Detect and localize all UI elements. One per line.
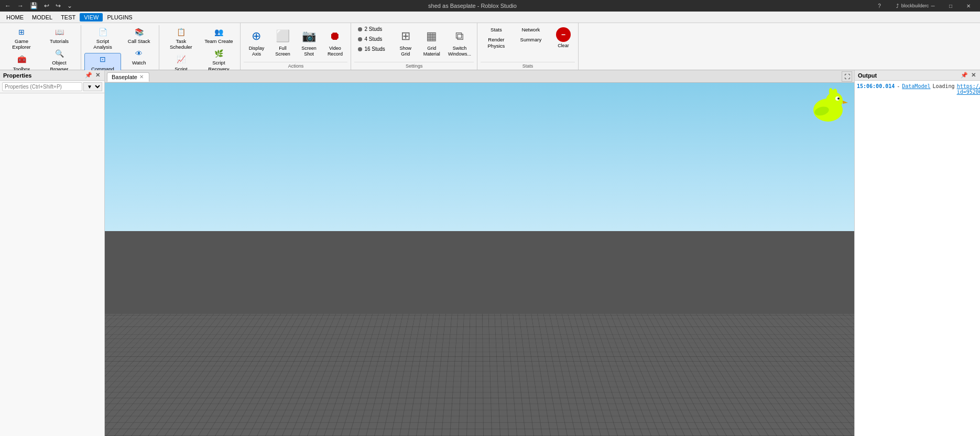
show-grid-icon: ⊞: [397, 28, 414, 45]
qa-menu-btn[interactable]: ⌄: [66, 2, 74, 10]
team-create-label: Team Create: [204, 38, 233, 44]
studs-4-label: 4 Studs: [364, 36, 382, 42]
user-btn[interactable]: blockbuilderc: [907, 0, 923, 12]
script-analysis-btn[interactable]: 📄 Script Analysis: [84, 25, 121, 52]
screen-shot-btn[interactable]: 📷 ScreenShot: [296, 25, 321, 60]
properties-header-controls: 📌 ✕: [84, 72, 101, 79]
properties-pin-btn[interactable]: 📌: [84, 72, 93, 79]
menu-view[interactable]: VIEW: [80, 13, 103, 21]
stud-dot-2: [358, 27, 362, 31]
viewport-expand-btn[interactable]: ⛶: [842, 71, 852, 82]
prop-filter-select[interactable]: ▼: [83, 82, 102, 91]
video-record-btn[interactable]: ⏺ VideoRecord: [322, 25, 347, 60]
call-stack-icon: 📚: [134, 27, 144, 37]
full-screen-btn[interactable]: ⬜ FullScreen: [270, 25, 295, 60]
menu-plugins[interactable]: PLUGINS: [103, 13, 136, 21]
ribbon: ⊞ Game Explorer 🧰 Toolbox W Context Help…: [0, 23, 980, 70]
team-create-btn[interactable]: 👥 Team Create: [200, 25, 237, 46]
app-title: shed as Baseplate - Roblox Studio: [77, 3, 868, 9]
grid-material-btn[interactable]: ▦ GridMaterial: [419, 25, 444, 60]
video-record-label: VideoRecord: [328, 46, 343, 57]
stats-btn[interactable]: Stats: [481, 25, 512, 34]
studs-2-label: 2 Studs: [364, 26, 382, 32]
properties-title: Properties: [3, 72, 31, 79]
tutorials-label: Tutorials: [50, 38, 69, 44]
properties-panel: Properties 📌 ✕ ▼: [0, 70, 105, 436]
output-header-controls: 📌 ✕: [960, 72, 977, 79]
show-grid-btn[interactable]: ⊞ ShowGrid: [393, 25, 418, 60]
switch-windows-btn[interactable]: ⧉ SwitchWindows...: [445, 25, 474, 60]
close-btn[interactable]: ✕: [960, 0, 977, 12]
summary-label: Summary: [520, 37, 542, 42]
screen-shot-label: ScreenShot: [301, 46, 317, 57]
full-screen-icon: ⬜: [274, 28, 291, 45]
output-line-1: 15:06:00.014 - DataModel Loading https:/…: [857, 83, 978, 95]
watch-btn[interactable]: 👁 Watch: [122, 47, 156, 67]
menu-test[interactable]: TEST: [57, 13, 80, 21]
output-loading-text: Loading: [932, 83, 954, 95]
render-physics-btn[interactable]: RenderPhysics: [481, 35, 512, 50]
script-recovery-icon: 🌿: [213, 48, 224, 59]
baseplate-tab-close[interactable]: ✕: [139, 74, 144, 80]
prop-search-input[interactable]: [2, 82, 82, 91]
studs-2-btn[interactable]: 2 Studs: [354, 25, 388, 33]
studs-4-btn[interactable]: 4 Studs: [354, 35, 388, 43]
task-scheduler-btn[interactable]: 📋 Task Scheduler: [162, 25, 199, 52]
minimize-btn[interactable]: ─: [924, 0, 941, 12]
save-btn[interactable]: 💾: [28, 2, 39, 10]
fwd-btn[interactable]: →: [16, 2, 25, 10]
object-browser-btn[interactable]: 🔍 Object Browser: [41, 47, 78, 73]
studs-16-label: 16 Studs: [364, 46, 385, 52]
script-recovery-btn[interactable]: 🌿 Script Recovery: [200, 47, 237, 73]
clear-btn[interactable]: − Clear: [552, 25, 575, 50]
viewport-area: Baseplate ✕ ⛶: [105, 70, 854, 436]
full-screen-label: FullScreen: [275, 46, 290, 57]
command-bar-icon: ⊡: [97, 54, 108, 65]
ribbon-settings-section: 2 Studs 4 Studs 16 Studs ⊞ ShowGrid ▦ Gr…: [351, 23, 477, 70]
video-record-icon: ⏺: [326, 28, 343, 45]
network-btn[interactable]: Network: [515, 25, 547, 34]
output-datamodel-link[interactable]: DataModel: [902, 83, 930, 95]
menu-home[interactable]: HOME: [2, 13, 28, 21]
stud-dot-4: [358, 37, 362, 41]
properties-close-btn[interactable]: ✕: [94, 72, 101, 79]
baseplate-tab-label: Baseplate: [112, 74, 137, 80]
properties-header: Properties 📌 ✕: [0, 70, 104, 81]
baseplate-tab[interactable]: Baseplate ✕: [107, 72, 149, 82]
task-scheduler-label: Task Scheduler: [165, 38, 197, 50]
output-panel: Output 📌 ✕ 15:06:00.014 - DataModel Load…: [854, 70, 980, 436]
studs-16-btn[interactable]: 16 Studs: [354, 45, 388, 53]
display-axis-btn[interactable]: ⊕ DisplayAxis: [244, 25, 269, 60]
ribbon-actions-section: ⊕ DisplayAxis ⬜ FullScreen 📷 ScreenShot …: [241, 23, 351, 70]
game-explorer-btn[interactable]: ⊞ Game Explorer: [3, 25, 40, 52]
properties-content: [0, 93, 104, 436]
output-pin-btn[interactable]: 📌: [960, 72, 969, 79]
help-btn[interactable]: ?: [871, 0, 888, 12]
game-explorer-icon: ⊞: [16, 27, 27, 37]
display-axis-label: DisplayAxis: [249, 46, 265, 57]
maximize-btn[interactable]: □: [942, 0, 959, 12]
summary-btn[interactable]: Summary: [515, 35, 547, 44]
prop-search-bar: ▼: [0, 81, 104, 93]
toolbox-icon: 🧰: [16, 54, 27, 65]
grid-material-icon: ▦: [423, 28, 440, 45]
viewport-3d[interactable]: [105, 83, 854, 436]
call-stack-btn[interactable]: 📚 Call Stack: [122, 25, 156, 46]
clear-circle-icon: −: [556, 27, 571, 42]
output-text-1: -: [897, 83, 900, 95]
output-content: 15:06:00.014 - DataModel Loading https:/…: [855, 81, 980, 436]
stats-section-label: Stats: [481, 62, 575, 69]
stats-label: Stats: [491, 27, 502, 32]
output-close-btn[interactable]: ✕: [970, 72, 977, 79]
settings-section-label: Settings: [354, 62, 474, 69]
output-url-link[interactable]: https://assetgame.roblox.com/Asset/?id=9…: [957, 83, 980, 95]
back-btn[interactable]: ←: [3, 2, 13, 10]
menu-model[interactable]: MODEL: [28, 13, 57, 21]
redo-btn[interactable]: ↪: [54, 2, 62, 10]
ribbon-actions-content: ⊕ DisplayAxis ⬜ FullScreen 📷 ScreenShot …: [244, 25, 347, 61]
undo-btn[interactable]: ↩: [42, 2, 51, 10]
ground-background: [105, 231, 854, 436]
actions-section-label: Actions: [244, 62, 347, 69]
output-header: Output 📌 ✕: [855, 70, 980, 81]
tutorials-btn[interactable]: 📖 Tutorials: [41, 25, 78, 46]
